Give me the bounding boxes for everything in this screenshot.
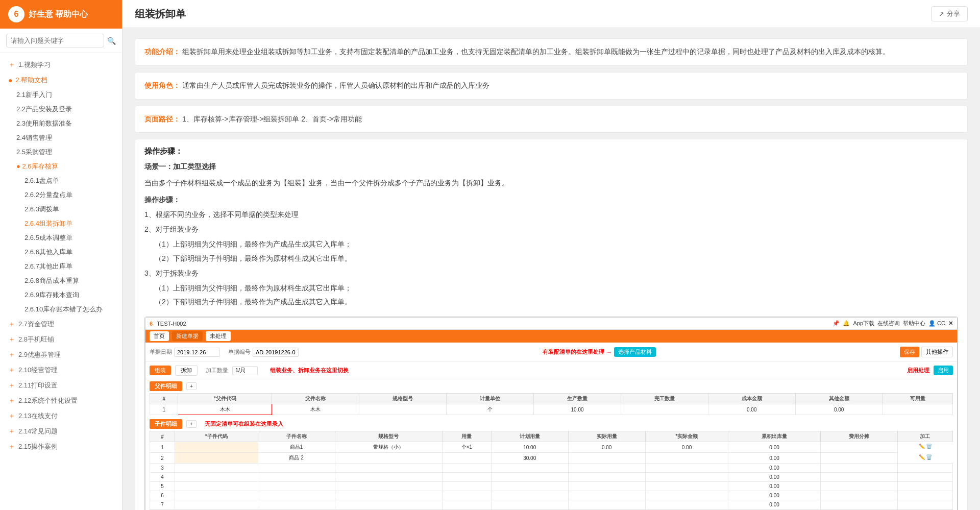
mock-tab1[interactable]: 未处理 (206, 331, 231, 341)
app-logo: 6 (8, 6, 24, 22)
form-no-label: 单据编号 (228, 348, 251, 356)
share-label: 分享 (947, 9, 960, 18)
search-input[interactable] (6, 34, 104, 47)
mock-assemble-tab[interactable]: 组装 (150, 366, 171, 375)
mock-save-btn[interactable]: 保存 (900, 347, 919, 357)
td-1: 1 (150, 442, 175, 453)
sidebar-item-online-pay[interactable]: ＋ 2.13在线支付 (0, 408, 122, 424)
form-date-input[interactable] (174, 348, 220, 357)
upper-table-section: 父件明细 + # *父件代码 父件名称 规格型号 计量单位 (145, 379, 957, 417)
mock-qty-label: 加工数量 (206, 367, 228, 374)
page-title: 组装拆卸单 (135, 7, 186, 21)
mock-home-btn[interactable]: 首页 (150, 331, 169, 341)
form-date-label: 单据日期 (150, 348, 172, 356)
share-button[interactable]: ↗ 分享 (931, 6, 968, 21)
minus-icon: ● (16, 162, 20, 170)
delete-icon[interactable]: 🗑️ (926, 454, 932, 460)
lower-table-row: 3 0.00 (150, 464, 953, 473)
lth-spec: 规格型号 (335, 431, 442, 442)
role-block: 使用角色： 通常由生产人员或库管人员完成拆装业务的操作，库管人员确认原材料的出库… (135, 72, 968, 100)
sidebar-item-partial-stock[interactable]: 2.6.2分量盘点单 (0, 188, 122, 202)
sidebar-item-cases[interactable]: ＋ 2.15操作案例 (0, 439, 122, 454)
step2: 2、对于组装业务 (144, 223, 958, 236)
lth-actual-amount: *实际金额 (645, 431, 728, 442)
sidebar-item-account-error[interactable]: 2.6.10库存账本错了怎么办 (0, 302, 122, 317)
sidebar-item-personalize[interactable]: ＋ 2.12系统个性化设置 (0, 393, 122, 408)
nav-sub-item-label: 2.6.8商品成本重算 (24, 277, 79, 284)
nav-label: 2.帮助文档 (15, 76, 47, 85)
mock-enable-btn[interactable]: 启用 (934, 366, 953, 375)
form-no-group: 单据编号 (228, 348, 299, 357)
sidebar-item-sales[interactable]: 2.4销售管理 (0, 131, 122, 145)
td-num: 1 (150, 404, 178, 415)
sidebar-item-stock-query[interactable]: 2.6.9库存账本查询 (0, 288, 122, 302)
lower-table-row: 6 0.00 (150, 491, 953, 500)
sidebar-item-purchase[interactable]: 2.5采购管理 (0, 145, 122, 159)
app-title: 好生意 帮助中心 (29, 9, 88, 20)
sidebar-item-docs[interactable]: ● 2.帮助文档 (0, 72, 122, 88)
nav-sub-item-label: 2.6.1盘点单 (24, 177, 59, 184)
td-code: 木木 (178, 404, 272, 415)
edit-icon[interactable]: ✏️ (919, 454, 925, 460)
td-10 (820, 442, 897, 453)
sidebar-item-coupon[interactable]: ＋ 2.9优惠券管理 (0, 347, 122, 362)
form-no-input[interactable] (253, 348, 299, 357)
td-7: 0.00 (568, 442, 645, 453)
search-area: 🔍 (0, 29, 122, 53)
sidebar-item-finance[interactable]: ＋ 2.7资金管理 (0, 317, 122, 332)
sidebar-item-assembly[interactable]: 2.6.4组装拆卸单 (0, 216, 122, 231)
mock-title-text: TEST-H002 (157, 321, 186, 327)
intro-text: 组装拆卸单用来处理企业组装或拆卸等加工业务，支持有固定装配清单的产品加工业务，也… (182, 47, 890, 56)
mock-add-lower-btn[interactable]: + (186, 420, 197, 428)
th-other: 其他金额 (795, 394, 883, 404)
sidebar-item-mobile[interactable]: ＋ 2.8手机旺铺 (0, 332, 122, 347)
mock-new-btn[interactable]: 新建单据 (172, 331, 203, 341)
sidebar-item-data-prep[interactable]: 2.3使用前数据准备 (0, 116, 122, 131)
td-name: 木木 (272, 404, 359, 415)
sidebar-item-faq[interactable]: ＋ 2.14常见问题 (0, 424, 122, 439)
mock-cancel-btn[interactable]: 其他操作 (921, 347, 953, 357)
sidebar-item-install[interactable]: 2.2产品安装及登录 (0, 102, 122, 116)
sidebar-item-adjust[interactable]: 2.6.3调拨单 (0, 202, 122, 216)
th-unit: 计量单位 (447, 394, 534, 404)
step3-sub1: （1）上部明细为父件明细，最终作为原材料生成其它出库单； (155, 282, 958, 295)
edit-icon[interactable]: ✏️ (919, 444, 925, 449)
lth-cumul-out: 累积出库量 (728, 431, 821, 442)
path-label: 页面路径： (144, 115, 180, 123)
sidebar-item-video[interactable]: ＋ 1.视频学习 (0, 57, 122, 72)
td-other: 0.00 (795, 404, 883, 415)
form-date-group: 单据日期 (150, 348, 220, 357)
td-3: 商品1 (258, 442, 335, 453)
td-cost: 0.00 (708, 404, 795, 415)
delete-icon[interactable]: 🗑️ (926, 444, 932, 449)
sidebar-item-other-out[interactable]: 2.6.7其他出库单 (0, 259, 122, 274)
th-prod-qty: 生产数量 (534, 394, 621, 404)
nav-sub-label: 2.4销售管理 (16, 134, 52, 141)
sidebar-item-inventory[interactable]: ● 2.6库存核算 (0, 159, 122, 174)
plus-icon: ＋ (8, 442, 15, 451)
step2-sub2: （2）下部明细为子件明细，最终作为原材料生成其它出库单。 (155, 252, 958, 265)
search-icon[interactable]: 🔍 (107, 37, 116, 45)
form-action-btns: 保存 其他操作 (900, 347, 953, 357)
role-text: 通常由生产人员或库管人员完成拆装业务的操作，库管人员确认原材料的出库和产成品的入… (182, 81, 489, 89)
mock-toolbar: 首页 新建单据 未处理 (145, 330, 957, 343)
td-2 (175, 442, 258, 453)
nav-label: 2.11打印设置 (18, 381, 58, 390)
sidebar-item-stocktake[interactable]: 2.6.1盘点单 (0, 174, 122, 188)
nav-sub-label: 2.3使用前数据准备 (16, 119, 72, 127)
mock-disassemble-tab[interactable]: 拆卸 (175, 365, 198, 376)
sidebar-item-cost-calc[interactable]: 2.6.8商品成本重算 (0, 274, 122, 288)
nav-sub-item-label: 2.6.3调拨单 (24, 205, 59, 213)
screenshot-container: 6 TEST-H002 📌 🔔 App下载 在线咨询 帮助中心 👤 CC ✕ (144, 317, 958, 510)
mock-qty-input[interactable] (232, 366, 258, 375)
sidebar-item-print[interactable]: ＋ 2.11打印设置 (0, 378, 122, 393)
mock-choose-btn[interactable]: 选择产品材料 (614, 347, 656, 357)
mock-add-upper-btn[interactable]: + (186, 382, 197, 390)
sidebar-item-other-in[interactable]: 2.6.6其他入库单 (0, 245, 122, 259)
sidebar-header: 6 好生意 帮助中心 (0, 0, 122, 29)
nav-label: 2.14常见问题 (18, 427, 58, 436)
sidebar-item-cost-adjust[interactable]: 2.6.5成本调整单 (0, 231, 122, 245)
sidebar-item-ops[interactable]: ＋ 2.10经营管理 (0, 362, 122, 378)
sidebar-item-new-user[interactable]: 2.1新手入门 (0, 88, 122, 102)
lower-section-title: 子件明细 (150, 419, 182, 429)
